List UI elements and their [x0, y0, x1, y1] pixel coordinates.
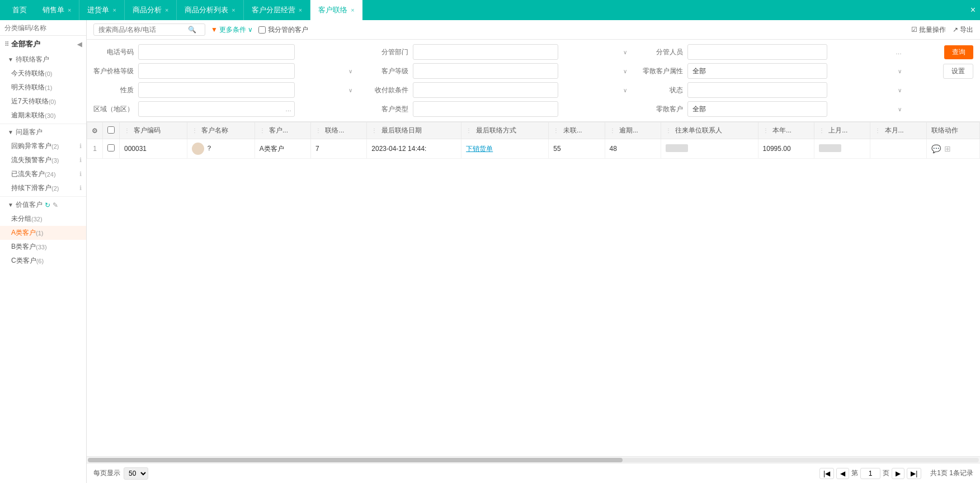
sidebar-item-today-pending[interactable]: 今天待联络 (0)	[0, 67, 86, 80]
customer-type-input[interactable]	[413, 101, 558, 117]
col-last-month[interactable]: ⋮ 上月...	[814, 122, 870, 139]
horizontal-scrollbar[interactable]	[87, 456, 980, 463]
my-customers-checkbox[interactable]	[258, 26, 266, 34]
table-gear-header[interactable]: ⚙	[87, 122, 103, 139]
region-input[interactable]	[138, 101, 295, 117]
pagination: |◀ ◀ 第 页 ▶ ▶| 共1页 1条记录	[819, 468, 973, 479]
col-contact-count[interactable]: ⋮ 联络...	[311, 122, 367, 139]
filter-retail-customer: 零散客户 全部 ∨	[643, 101, 906, 117]
col-contact-person[interactable]: ⋮ 往来单位联系人	[661, 122, 758, 139]
page-number-input[interactable]	[860, 468, 880, 479]
tab-sales-order[interactable]: 销售单 ×	[35, 0, 79, 20]
refresh-icon[interactable]: ↻	[45, 201, 50, 209]
filter-icon: ▼	[211, 26, 218, 34]
tab-customer-contact[interactable]: 客户联络 ×	[310, 0, 362, 20]
chevron-down-icon: ∨	[898, 68, 902, 74]
sidebar-item-churn-warning[interactable]: 流失预警客户 (3) ℹ	[0, 153, 86, 167]
table-checkbox-header[interactable]	[103, 122, 120, 139]
contact-method-link[interactable]: 下销货单	[466, 145, 493, 153]
sort-icon: ⋮	[553, 127, 559, 134]
sidebar-item-declining[interactable]: 持续下滑客户 (2) ℹ	[0, 181, 86, 195]
col-this-year[interactable]: ⋮ 本年...	[758, 122, 814, 139]
edit-icon[interactable]: ✎	[53, 201, 58, 209]
sidebar-item-class-c[interactable]: C类客户 (6)	[0, 254, 86, 268]
sidebar-item-tomorrow-pending[interactable]: 明天待联络 (1)	[0, 80, 86, 94]
sidebar-item-7days-pending[interactable]: 近7天待联络 (0)	[0, 94, 86, 108]
col-overdue[interactable]: ⋮ 逾期...	[605, 122, 661, 139]
row-checkbox[interactable]	[107, 144, 115, 151]
customer-level-select[interactable]	[413, 63, 558, 79]
more-filters-button[interactable]: ▼ 更多条件 ∨	[211, 25, 253, 35]
cell-last-month	[814, 139, 870, 159]
retail-attr-wrapper: 全部 ∨	[687, 63, 906, 79]
sidebar-item-class-b[interactable]: B类客户 (33)	[0, 240, 86, 254]
dept-select[interactable]	[413, 44, 558, 60]
retail-attr-select[interactable]: 全部	[687, 63, 827, 79]
chevron-down-icon: ∨	[623, 68, 627, 74]
col-customer-code[interactable]: ⋮ 客户编码	[120, 122, 187, 139]
tab-product-analysis-list[interactable]: 商品分析列表 ×	[177, 0, 243, 20]
scrollbar-track[interactable]	[88, 458, 979, 462]
sidebar-item-repeat-abnormal[interactable]: 回购异常客户 (2) ℹ	[0, 139, 86, 153]
close-all-icon[interactable]: ×	[970, 5, 976, 15]
sidebar-item-class-a[interactable]: A类客户 (1)	[0, 226, 86, 240]
select-all-checkbox[interactable]	[107, 126, 115, 134]
col-last-contact-method[interactable]: ⋮ 最后联络方式	[461, 122, 549, 139]
filter-price-level: 客户价格等级 ∨	[93, 63, 357, 79]
tab-product-analysis[interactable]: 商品分析 ×	[125, 0, 177, 20]
pending-group-label[interactable]: ▼ 待联络客户	[0, 53, 86, 67]
per-page-select[interactable]: 50	[124, 467, 148, 480]
close-tab-icon[interactable]: ×	[165, 7, 168, 13]
status-select[interactable]	[687, 82, 827, 98]
tab-purchase-order[interactable]: 进货单 ×	[79, 0, 124, 20]
row-checkbox-cell[interactable]	[103, 139, 120, 159]
nature-select[interactable]	[138, 82, 295, 98]
qr-icon[interactable]: ⊞	[944, 144, 951, 153]
phone-input[interactable]	[138, 44, 295, 60]
export-link[interactable]: ↗ 导出	[953, 25, 973, 35]
tab-customer-tier[interactable]: 客户分层经营 ×	[244, 0, 310, 20]
bulk-ops-link[interactable]: ☑ 批量操作	[911, 25, 946, 35]
sidebar: 🔍 ⠿ 全部客户 ◀ ▼ 待联络客户 今天待联络 (0) 明天待联络 (1) 近…	[0, 20, 87, 483]
price-level-select[interactable]	[138, 63, 295, 79]
col-no-contact[interactable]: ⋮ 未联...	[549, 122, 605, 139]
search-input[interactable]	[98, 26, 188, 34]
sidebar-item-unclassified[interactable]: 未分组 (32)	[0, 212, 86, 226]
close-tab-icon[interactable]: ×	[232, 7, 235, 13]
scrollbar-thumb[interactable]	[88, 458, 623, 462]
value-group-label[interactable]: ▼ 价值客户 ↻ ✎	[0, 198, 86, 212]
next-page-button[interactable]: ▶	[892, 468, 904, 479]
home-tab[interactable]: 首页	[4, 5, 35, 15]
cell-no-contact: 55	[549, 139, 605, 159]
col-customer-name[interactable]: ⋮ 客户名称	[187, 122, 255, 139]
search-icon[interactable]: 🔍	[188, 26, 196, 34]
close-tab-icon[interactable]: ×	[112, 7, 116, 13]
sidebar-item-churned[interactable]: 已流失客户 (24) ℹ	[0, 167, 86, 181]
filter-region: 区域（地区） …	[93, 101, 357, 117]
advanced-filter: 电话号码 分管部门 ∨ 分管人员	[87, 40, 980, 122]
last-page-button[interactable]: ▶|	[907, 468, 921, 479]
cell-last-contact-method[interactable]: 下销货单	[461, 139, 549, 159]
checkbox-icon: ☑	[911, 26, 917, 34]
prev-page-button[interactable]: ◀	[836, 468, 849, 479]
comment-icon[interactable]: 💬	[931, 144, 941, 153]
problem-group-label[interactable]: ▼ 问题客户	[0, 125, 86, 139]
table-footer: 每页显示 50 |◀ ◀ 第 页 ▶ ▶| 共1页 1条记录	[87, 463, 980, 483]
retail-customer-select[interactable]: 全部	[687, 101, 827, 117]
settings-button[interactable]: 设置	[943, 64, 973, 79]
all-customers-header[interactable]: ⠿ 全部客户 ◀	[0, 36, 86, 53]
payment-select[interactable]	[413, 82, 558, 98]
col-this-month[interactable]: ⋮ 本月...	[870, 122, 926, 139]
sidebar-search-input[interactable]	[4, 24, 87, 32]
close-tab-icon[interactable]: ×	[299, 7, 302, 13]
close-tab-icon[interactable]: ×	[68, 7, 71, 13]
first-page-button[interactable]: |◀	[819, 468, 834, 479]
close-tab-icon[interactable]: ×	[351, 7, 354, 13]
col-customer-type[interactable]: ⋮ 客户...	[255, 122, 310, 139]
last-month-placeholder	[819, 144, 841, 152]
col-last-contact-date[interactable]: ⋮ 最后联络日期	[367, 122, 461, 139]
manager-input[interactable]	[687, 44, 827, 60]
query-button[interactable]: 查询	[944, 45, 973, 59]
sidebar-item-overdue[interactable]: 逾期未联络 (30)	[0, 108, 86, 122]
filter-bar: 🔍 ▼ 更多条件 ∨ 我分管的客户 ☑ 批量操作 ↗ 导出	[87, 20, 980, 40]
